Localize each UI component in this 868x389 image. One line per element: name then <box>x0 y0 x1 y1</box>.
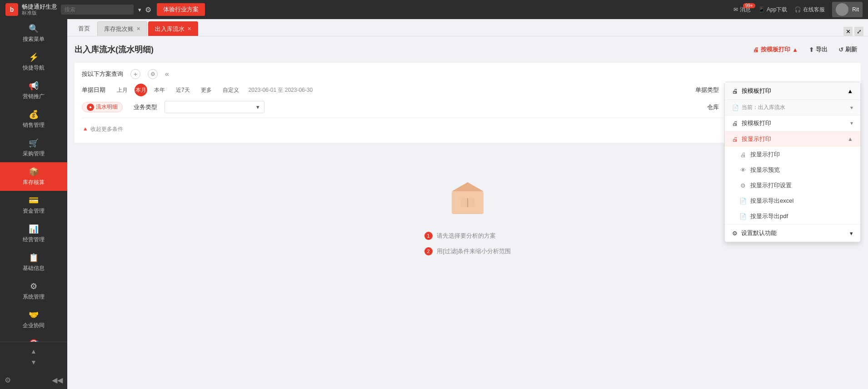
last7-btn[interactable]: 近7天 <box>172 85 194 96</box>
dropdown-section-display-header[interactable]: 🖨 按显示打印 ▲ <box>725 131 860 147</box>
collapse-btn[interactable]: 🔺 收起更多条件 <box>82 122 123 136</box>
sidebar-bottom: ⚙ ◀◀ <box>0 371 67 389</box>
messages-btn[interactable]: ✉ 消息 99+ <box>733 6 751 14</box>
step1-text: 请先选择要分析的方案 <box>437 232 496 239</box>
settings-icon[interactable]: ⚙ <box>145 5 151 14</box>
sidebar-item-newbie[interactable]: 🎯新手引导 <box>0 334 67 342</box>
finance-label: 资金管理 <box>23 207 45 215</box>
display-section-icon: 🖨 <box>732 136 738 143</box>
sidebar-item-inventory[interactable]: 📦库存核算 <box>0 162 67 191</box>
svg-marker-1 <box>452 182 484 191</box>
app-brand: 畅捷通好生意 标准版 <box>22 3 57 16</box>
set-default-icon: ⚙ <box>732 230 738 237</box>
export-icon: ⬆ <box>809 46 814 53</box>
print-icon: 🖨 <box>753 46 759 53</box>
sidebar-settings-icon[interactable]: ⚙ <box>5 376 11 384</box>
display-preview-item[interactable]: 👁 按显示预览 <box>725 162 860 178</box>
sidebar-item-quicknav[interactable]: ⚡快捷导航 <box>0 48 67 76</box>
tab-inout-flow-label: 出入库流水 <box>155 25 185 33</box>
prev-month-btn[interactable]: 上月 <box>113 85 132 96</box>
cooperation-icon: 🤝 <box>29 310 39 320</box>
dpdf-icon: 📄 <box>739 213 747 220</box>
tab-batch-account[interactable]: 库存批次账 ✕ <box>97 21 147 36</box>
customer-service-btn[interactable]: 🎧 在线客服 <box>794 6 825 14</box>
filter-collapse-btn[interactable]: « <box>165 70 169 78</box>
template-section-icon: 🖨 <box>732 120 738 127</box>
topbar: b 畅捷通好生意 标准版 ▾ ⚙ 体验行业方案 ✉ 消息 99+ 📱 App下载… <box>0 0 868 19</box>
cur-month-btn[interactable]: 本月 <box>135 84 147 96</box>
biz-type-arrow: ▾ <box>256 104 259 110</box>
tab-maximize[interactable]: ⤢ <box>854 27 863 36</box>
dprint-icon: 🖨 <box>739 151 747 158</box>
tag-label: 流水明细 <box>96 103 118 111</box>
sidebar: 🔍搜索菜单⚡快捷导航📢营销推广💰销售管理🛒采购管理📦库存核算💳资金管理📊经营管理… <box>0 19 67 389</box>
quicknav-label: 快捷导航 <box>23 64 45 72</box>
user-btn[interactable]: Rit <box>832 2 863 17</box>
tab-inout-flow-close[interactable]: ✕ <box>187 26 191 32</box>
page-title-text: 出入库流水(流水明细) <box>75 44 154 55</box>
tab-home[interactable]: 首页 <box>72 21 96 36</box>
custom-btn[interactable]: 自定义 <box>219 85 243 96</box>
biz-type-select[interactable]: ▾ <box>165 101 264 113</box>
sidebar-scroll-down[interactable]: ▼ <box>29 357 39 368</box>
empty-step2: 2 用[过滤]条件来缩小分析范围 <box>424 245 511 257</box>
search-input[interactable] <box>61 5 134 15</box>
sidebar-item-purchase[interactable]: 🛒采购管理 <box>0 134 67 162</box>
filter-tag: ● 流水明细 <box>82 102 123 112</box>
dropdown-current-text: 当前：出入库流水 <box>742 104 785 111</box>
cooperation-label: 企业协同 <box>23 322 45 329</box>
date-range: 2023-06-01 至 2023-06-30 <box>249 86 313 94</box>
sidebar-item-cooperation[interactable]: 🤝企业协同 <box>0 305 67 334</box>
sidebar-item-marketing[interactable]: 📢营销推广 <box>0 76 67 105</box>
display-pdf-item[interactable]: 📄 按显示导出pdf <box>725 209 860 224</box>
export-btn[interactable]: ⬆ 导出 <box>805 44 831 55</box>
sidebar-item-basic[interactable]: 📋基础信息 <box>0 248 67 277</box>
app-logo: b <box>5 3 18 16</box>
set-default-btn[interactable]: ⚙ 设置默认功能 ▾ <box>725 224 860 242</box>
dropdown-header[interactable]: 🖨 按模板打印 ▲ <box>725 82 860 100</box>
print-template-btn[interactable]: 🖨 按模板打印 ▲ <box>749 44 802 55</box>
dpreview-icon: 👁 <box>739 166 747 174</box>
step2-text: 用[过滤]条件来缩小分析范围 <box>437 248 511 254</box>
sidebar-item-operations[interactable]: 📊经营管理 <box>0 219 67 248</box>
purchase-icon: 🛒 <box>29 138 39 148</box>
marketing-label: 营销推广 <box>23 93 45 100</box>
industry-btn[interactable]: 体验行业方案 <box>157 3 205 16</box>
display-print-settings-item[interactable]: ⚙ 按显示打印设置 <box>725 178 860 193</box>
display-print-item[interactable]: 🖨 按显示打印 <box>725 147 860 162</box>
tab-batch-account-close[interactable]: ✕ <box>136 26 140 32</box>
sidebar-scroll-up[interactable]: ▲ <box>29 346 39 357</box>
content-area: 首页 库存批次账 ✕ 出入库流水 ✕ ✕ ⤢ 出入库流水(流水明细) <box>67 19 868 389</box>
more-btn[interactable]: 更多 <box>197 85 216 96</box>
display-excel-item[interactable]: 📄 按显示导出excel <box>725 193 860 209</box>
messages-badge: 99+ <box>743 3 755 8</box>
template-section-arrow: ▾ <box>850 120 853 126</box>
dexcel-icon: 📄 <box>739 197 747 204</box>
refresh-btn[interactable]: ↺ 刷新 <box>835 44 861 55</box>
display-section-arrow: ▲ <box>848 136 853 142</box>
dropdown-section-template-header[interactable]: 🖨 按模板打印 ▾ <box>725 115 860 131</box>
sidebar-item-finance[interactable]: 💳资金管理 <box>0 191 67 219</box>
search-dropdown-icon[interactable]: ▾ <box>138 6 141 13</box>
set-default-label: 设置默认功能 <box>741 229 777 237</box>
tabbar: 首页 库存批次账 ✕ 出入库流水 ✕ ✕ ⤢ <box>67 19 868 36</box>
dpdf-label: 按显示导出pdf <box>750 212 788 220</box>
app-download-btn[interactable]: 📱 App下载 <box>758 6 787 14</box>
sidebar-collapse-icon[interactable]: ◀◀ <box>52 376 63 384</box>
cur-year-btn[interactable]: 本年 <box>150 85 169 96</box>
dropdown-doc-icon: 📄 <box>732 105 739 111</box>
sidebar-item-search[interactable]: 🔍搜索菜单 <box>0 19 67 48</box>
sidebar-item-sales[interactable]: 💰销售管理 <box>0 105 67 134</box>
filter-settings-btn[interactable]: ⚙ <box>148 69 158 79</box>
sidebar-item-system[interactable]: ⚙系统管理 <box>0 277 67 305</box>
page-title-bar: 出入库流水(流水明细) 🖨 按模板打印 ▲ ⬆ 导出 ↺ 刷新 <box>75 44 861 55</box>
tab-inout-flow[interactable]: 出入库流水 ✕ <box>148 21 198 36</box>
set-default-arrow: ▾ <box>850 230 853 237</box>
date-group: 上月 本月 本年 近7天 更多 自定义 <box>113 84 243 96</box>
filter-add-btn[interactable]: + <box>130 69 140 79</box>
headset-icon: 🎧 <box>794 6 801 13</box>
print-template-label: 按模板打印 <box>761 45 790 54</box>
tag-icon: ● <box>87 104 94 111</box>
refresh-icon: ↺ <box>838 46 843 53</box>
tab-close-all[interactable]: ✕ <box>843 27 853 36</box>
